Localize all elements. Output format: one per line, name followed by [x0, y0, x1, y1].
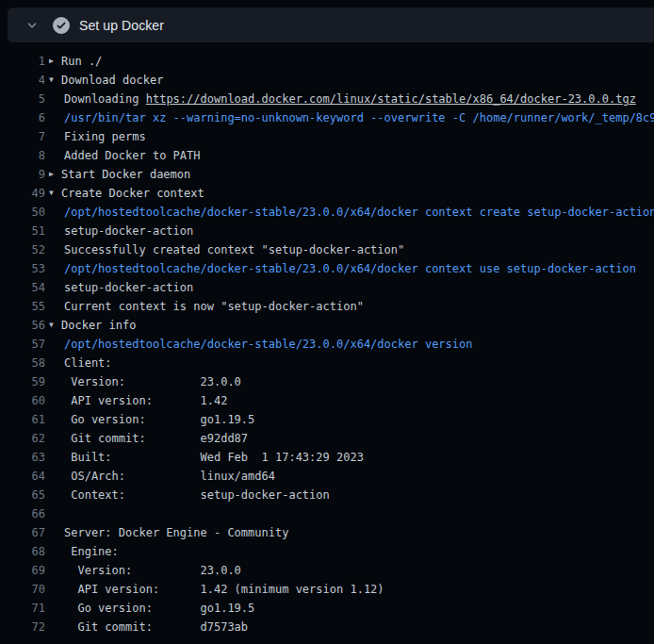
log-line: 54setup-docker-action	[0, 278, 654, 297]
line-number[interactable]: 57	[0, 335, 45, 354]
line-number[interactable]: 9	[0, 165, 45, 184]
log-line: 63 Built: Wed Feb 1 17:43:29 2023	[0, 448, 654, 467]
line-number[interactable]: 49	[0, 184, 45, 203]
line-number[interactable]: 5	[0, 90, 45, 108]
log-text: API version: 1.42	[64, 391, 227, 410]
log-text: Engine:	[64, 542, 119, 561]
log-line: 59 Version: 23.0.0	[0, 372, 654, 391]
group-title: Start Docker daemon	[61, 165, 190, 184]
triangle-down-icon: ▼	[49, 184, 61, 203]
line-number[interactable]: 55	[0, 297, 45, 316]
log-text: Client:	[64, 354, 112, 372]
log-line: 7Fixing perms	[0, 127, 654, 146]
log-line: 64 OS/Arch: linux/amd64	[0, 467, 654, 486]
line-number[interactable]: 54	[0, 278, 45, 297]
log-line: 69 Version: 23.0.0	[0, 561, 654, 580]
line-number[interactable]: 67	[0, 523, 45, 542]
triangle-right-icon: ▶	[49, 52, 61, 71]
log-line: 52Successfully created context "setup-do…	[0, 240, 654, 259]
line-number[interactable]: 51	[0, 222, 45, 240]
triangle-down-icon: ▼	[49, 71, 61, 90]
log-group-toggle[interactable]: ▼Docker info	[49, 316, 136, 335]
line-number[interactable]: 4	[0, 71, 45, 90]
log-viewer: 1▶Run ./4▼Download docker5Downloading ht…	[0, 42, 654, 636]
line-number[interactable]: 56	[0, 316, 45, 335]
log-text: Version: 23.0.0	[64, 372, 241, 391]
log-line: 70 API version: 1.42 (minimum version 1.…	[0, 580, 654, 599]
log-group-toggle[interactable]: ▼Download docker	[49, 71, 163, 90]
line-number[interactable]: 66	[0, 504, 45, 523]
group-title: Run ./	[61, 52, 102, 71]
log-line: 56▼Docker info	[0, 316, 654, 335]
log-text: setup-docker-action	[64, 278, 193, 297]
line-number[interactable]: 58	[0, 354, 45, 372]
log-text: OS/Arch: linux/amd64	[64, 467, 275, 486]
line-number[interactable]: 68	[0, 542, 45, 561]
log-line: 61 Go version: go1.19.5	[0, 410, 654, 429]
line-number[interactable]: 50	[0, 203, 45, 222]
line-number[interactable]: 53	[0, 259, 45, 278]
log-line: 58Client:	[0, 354, 654, 372]
chevron-down-icon[interactable]	[25, 18, 40, 33]
log-group-toggle[interactable]: ▶Start Docker daemon	[49, 165, 190, 184]
log-line: 68 Engine:	[0, 542, 654, 561]
line-number[interactable]: 64	[0, 467, 45, 486]
log-command: /usr/bin/tar xz --warning=no-unknown-key…	[64, 108, 654, 127]
line-number[interactable]: 6	[0, 108, 45, 127]
log-link[interactable]: https://download.docker.com/linux/static…	[146, 92, 636, 106]
log-text: Go version: go1.19.5	[64, 410, 254, 429]
log-line: 53/opt/hostedtoolcache/docker-stable/23.…	[0, 259, 654, 278]
log-line: 5Downloading https://download.docker.com…	[0, 90, 654, 108]
log-line: 8Added Docker to PATH	[0, 146, 654, 165]
group-title: Create Docker context	[61, 184, 204, 203]
line-number[interactable]: 72	[0, 618, 45, 636]
log-line: 62 Git commit: e92dd87	[0, 429, 654, 448]
line-number[interactable]: 71	[0, 599, 45, 618]
step-header[interactable]: Set up Docker	[8, 8, 654, 42]
check-circle-icon	[53, 17, 70, 34]
log-line: 49▼Create Docker context	[0, 184, 654, 203]
log-line: 57/opt/hostedtoolcache/docker-stable/23.…	[0, 335, 654, 354]
line-number[interactable]: 61	[0, 410, 45, 429]
log-text: Go version: go1.19.5	[64, 599, 254, 618]
log-text: Current context is now "setup-docker-act…	[64, 297, 364, 316]
line-number[interactable]: 52	[0, 240, 45, 259]
line-number[interactable]: 8	[0, 146, 45, 165]
log-text: Downloading https://download.docker.com/…	[64, 90, 636, 108]
log-line: 51setup-docker-action	[0, 222, 654, 240]
log-text: Built: Wed Feb 1 17:43:29 2023	[64, 448, 364, 467]
log-line: 72 Git commit: d7573ab	[0, 618, 654, 636]
group-title: Download docker	[61, 71, 163, 90]
log-line: 1▶Run ./	[0, 52, 654, 71]
log-text: Git commit: e92dd87	[64, 429, 248, 448]
line-number[interactable]: 70	[0, 580, 45, 599]
log-line: 6/usr/bin/tar xz --warning=no-unknown-ke…	[0, 108, 654, 127]
log-line: 66	[0, 504, 654, 523]
triangle-right-icon: ▶	[49, 165, 61, 184]
log-command: /opt/hostedtoolcache/docker-stable/23.0.…	[64, 335, 472, 354]
line-number[interactable]: 60	[0, 391, 45, 410]
log-line: 55Current context is now "setup-docker-a…	[0, 297, 654, 316]
line-number[interactable]: 63	[0, 448, 45, 467]
line-number[interactable]: 7	[0, 127, 45, 146]
log-line: 71 Go version: go1.19.5	[0, 599, 654, 618]
log-text: Server: Docker Engine - Community	[64, 523, 288, 542]
log-line: 9▶Start Docker daemon	[0, 165, 654, 184]
log-line: 50/opt/hostedtoolcache/docker-stable/23.…	[0, 203, 654, 222]
log-text: Git commit: d7573ab	[64, 618, 248, 636]
log-line: 67Server: Docker Engine - Community	[0, 523, 654, 542]
log-text: Version: 23.0.0	[64, 561, 241, 580]
log-text: Added Docker to PATH	[64, 146, 201, 165]
log-text: Successfully created context "setup-dock…	[64, 240, 404, 259]
log-group-toggle[interactable]: ▼Create Docker context	[49, 184, 204, 203]
line-number[interactable]: 69	[0, 561, 45, 580]
line-number[interactable]: 59	[0, 372, 45, 391]
log-line: 4▼Download docker	[0, 71, 654, 90]
log-line: 65 Context: setup-docker-action	[0, 486, 654, 504]
line-number[interactable]: 62	[0, 429, 45, 448]
log-command: /opt/hostedtoolcache/docker-stable/23.0.…	[64, 259, 636, 278]
triangle-down-icon: ▼	[49, 316, 61, 335]
line-number[interactable]: 65	[0, 486, 45, 504]
log-group-toggle[interactable]: ▶Run ./	[49, 52, 102, 71]
line-number[interactable]: 1	[0, 52, 45, 71]
